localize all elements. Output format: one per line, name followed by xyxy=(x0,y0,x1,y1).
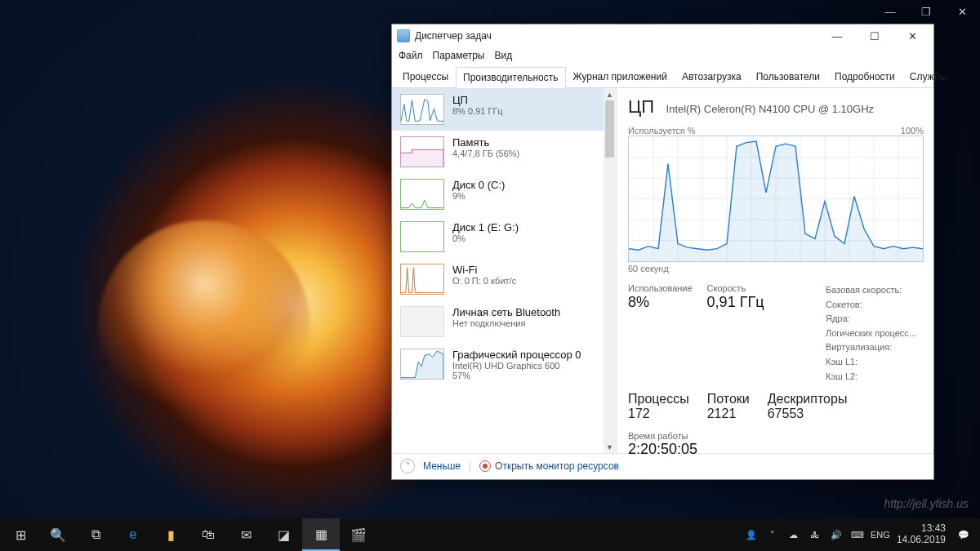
scroll-thumb[interactable] xyxy=(605,100,614,158)
os-maximize-button[interactable]: ❐ xyxy=(908,0,944,23)
sidebar-item-label: Графический процессор 0 xyxy=(452,349,581,361)
menu-bar: Файл Параметры Вид xyxy=(392,47,933,66)
body: ЦП 8% 0,91 ГГц Память 4,4/7,8 ГБ (56%) xyxy=(392,88,933,453)
os-close-button[interactable]: ✕ xyxy=(944,0,980,23)
uptime-value: 2:20:50:05 xyxy=(628,441,924,458)
sidebar-item-label: Память xyxy=(452,136,519,149)
sidebar-item-wifi[interactable]: Wi-Fi О: 0 П: 0 кбит/с xyxy=(392,258,616,300)
sidebar-item-label: Wi-Fi xyxy=(452,264,516,276)
chart-label-right: 100% xyxy=(901,126,924,136)
titlebar[interactable]: Диспетчер задач — ☐ ✕ xyxy=(392,24,933,47)
stat-speed-value: 0,91 ГГц xyxy=(707,294,764,311)
search-icon[interactable]: 🔍 xyxy=(39,518,77,551)
stat-label: Процессы xyxy=(628,392,689,407)
sidebar-item-label: Диск 0 (C:) xyxy=(452,179,505,191)
sidebar-item-disk1[interactable]: Диск 1 (E: G:) 0% xyxy=(392,216,616,258)
task-manager-window: Диспетчер задач — ☐ ✕ Файл Параметры Вид… xyxy=(391,24,934,480)
stat-processes-value: 172 xyxy=(628,407,689,421)
stat-label: Использование xyxy=(628,283,693,293)
sidebar-item-bluetooth[interactable]: Личная сеть Bluetooth Нет подключения xyxy=(392,300,616,343)
resource-monitor-icon xyxy=(479,460,491,472)
volume-icon[interactable]: 🔊 xyxy=(828,530,844,540)
sidebar-item-sub: 0% xyxy=(452,233,519,243)
scroll-up-icon[interactable]: ▲ xyxy=(604,88,616,100)
cpu-usage-chart[interactable] xyxy=(628,136,924,262)
stat-threads-value: 2121 xyxy=(707,407,750,421)
tray-chevron-icon[interactable]: ˄ xyxy=(764,530,781,540)
mini-chart-bluetooth xyxy=(400,306,444,337)
tab-app-history[interactable]: Журнал приложений xyxy=(566,66,675,87)
window-minimize-button[interactable]: — xyxy=(821,27,853,45)
system-tray: 👤 ˄ ☁ 🖧 🔊 ⌨ ENG 13:43 14.06.2019 💬 xyxy=(737,523,978,546)
start-button[interactable]: ⊞ xyxy=(2,518,39,551)
details-pane: ЦП Intel(R) Celeron(R) N4100 CPU @ 1.10G… xyxy=(617,88,933,453)
tab-performance[interactable]: Производительность xyxy=(456,67,565,88)
sidebar: ЦП 8% 0,91 ГГц Память 4,4/7,8 ГБ (56%) xyxy=(392,88,617,453)
menu-file[interactable]: Файл xyxy=(399,50,423,61)
store-icon[interactable]: 🛍 xyxy=(189,518,227,551)
sidebar-item-sub: О: 0 П: 0 кбит/с xyxy=(452,276,516,286)
menu-options[interactable]: Параметры xyxy=(433,50,485,61)
open-resource-monitor-link[interactable]: Открыть монитор ресурсов xyxy=(479,460,619,472)
sidebar-item-label: Личная сеть Bluetooth xyxy=(452,306,560,318)
os-window-controls: — ❐ ✕ xyxy=(872,0,980,23)
os-minimize-button[interactable]: — xyxy=(872,0,908,23)
stat-label: Дескрипторы xyxy=(768,392,848,407)
language-indicator[interactable]: ENG xyxy=(871,530,887,540)
mini-chart-wifi xyxy=(400,264,444,295)
sidebar-item-label: ЦП xyxy=(452,94,503,106)
task-view-icon[interactable]: ⧉ xyxy=(77,518,114,551)
desktop: — ❐ ✕ http://jell.yfish.us Диспетчер зад… xyxy=(0,0,980,551)
sidebar-item-sub: 8% 0,91 ГГц xyxy=(452,106,503,116)
stat-label: Скорость xyxy=(707,283,764,293)
tab-users[interactable]: Пользователи xyxy=(749,66,827,87)
onedrive-icon[interactable]: ☁ xyxy=(786,530,802,540)
keyboard-icon[interactable]: ⌨ xyxy=(849,530,866,540)
file-explorer-icon[interactable]: ▮ xyxy=(152,518,189,551)
sidebar-item-disk0[interactable]: Диск 0 (C:) 9% xyxy=(392,173,616,216)
clock[interactable]: 13:43 14.06.2019 xyxy=(892,523,951,546)
tab-details[interactable]: Подробности xyxy=(827,66,902,87)
window-maximize-button[interactable]: ☐ xyxy=(858,27,891,45)
mail-icon[interactable]: ✉ xyxy=(227,518,265,551)
edge-icon[interactable]: e xyxy=(114,518,152,551)
sidebar-item-sub: Intel(R) UHD Graphics 600 57% xyxy=(452,361,581,380)
cpu-model: Intel(R) Celeron(R) N4100 CPU @ 1.10GHz xyxy=(666,103,875,115)
stat-label: Потоки xyxy=(707,392,750,407)
sidebar-scrollbar[interactable]: ▲ ▼ xyxy=(604,88,616,453)
scroll-down-icon[interactable]: ▼ xyxy=(604,441,616,453)
resource-monitor-label: Открыть монитор ресурсов xyxy=(495,460,619,472)
movies-icon[interactable]: 🎬 xyxy=(340,518,377,551)
mini-chart-disk0 xyxy=(400,179,444,210)
tab-processes[interactable]: Процессы xyxy=(395,66,456,87)
sidebar-item-label: Диск 1 (E: G:) xyxy=(452,221,519,233)
chart-label-bottom: 60 секунд xyxy=(628,264,924,273)
mini-chart-memory xyxy=(400,136,444,167)
menu-view[interactable]: Вид xyxy=(494,50,512,61)
cpu-spec-labels: Базовая скорость: Сокетов: Ядра: Логичес… xyxy=(826,283,924,384)
mini-chart-cpu xyxy=(400,94,444,125)
task-manager-taskbar-icon[interactable]: ▦ xyxy=(302,518,340,551)
mini-chart-gpu xyxy=(400,349,444,380)
action-center-icon[interactable]: 💬 xyxy=(956,530,972,540)
watermark-text: http://jell.yfish.us xyxy=(884,497,969,510)
sidebar-item-sub: 4,4/7,8 ГБ (56%) xyxy=(452,149,519,158)
window-close-button[interactable]: ✕ xyxy=(896,27,929,45)
mini-chart-disk1 xyxy=(400,221,444,252)
collapse-icon[interactable]: ˄ xyxy=(400,459,415,473)
fewer-details-link[interactable]: Меньше xyxy=(423,460,461,472)
network-icon[interactable]: 🖧 xyxy=(807,530,823,540)
sidebar-item-cpu[interactable]: ЦП 8% 0,91 ГГц xyxy=(392,88,616,131)
sidebar-item-sub: Нет подключения xyxy=(452,318,560,328)
tab-services[interactable]: Службы xyxy=(902,66,954,87)
sidebar-item-gpu[interactable]: Графический процессор 0 Intel(R) UHD Gra… xyxy=(392,343,616,386)
task-manager-icon xyxy=(397,29,410,42)
app-icon[interactable]: ◪ xyxy=(265,518,302,551)
people-icon[interactable]: 👤 xyxy=(743,530,760,540)
uptime-label: Время работы xyxy=(628,431,924,441)
tab-strip: Процессы Производительность Журнал прило… xyxy=(392,66,933,88)
sidebar-item-memory[interactable]: Память 4,4/7,8 ГБ (56%) xyxy=(392,131,616,173)
tab-startup[interactable]: Автозагрузка xyxy=(675,66,749,87)
stat-handles-value: 67553 xyxy=(768,407,848,421)
sidebar-item-sub: 9% xyxy=(452,191,505,201)
